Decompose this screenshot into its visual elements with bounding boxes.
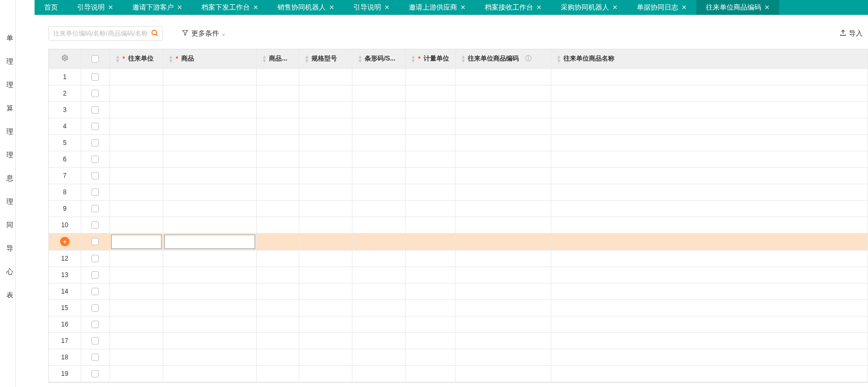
row-checkbox[interactable] [91, 172, 99, 179]
cell[interactable] [551, 151, 868, 167]
cell[interactable] [405, 250, 455, 266]
cell[interactable] [352, 266, 405, 283]
tab-3[interactable]: 档案下发工作台✕ [192, 0, 268, 15]
row-checkbox[interactable] [91, 238, 99, 245]
close-icon[interactable]: ✕ [108, 4, 113, 11]
cell[interactable] [163, 217, 256, 233]
cell[interactable] [405, 266, 455, 283]
cell[interactable] [299, 118, 352, 134]
table-row[interactable]: 12 [49, 250, 868, 266]
cell[interactable] [455, 365, 551, 382]
table-row[interactable]: 7 [49, 167, 868, 184]
sidebar-item-2[interactable]: 理 [0, 73, 15, 97]
cell[interactable] [299, 167, 352, 184]
sidebar-item-11[interactable]: 表 [0, 283, 15, 307]
cell[interactable] [455, 250, 551, 266]
unit-input[interactable] [111, 235, 162, 249]
row-checkbox[interactable] [91, 354, 99, 361]
cell[interactable] [109, 200, 163, 217]
cell[interactable] [299, 184, 352, 200]
row-checkbox[interactable] [91, 73, 99, 81]
sidebar-item-0[interactable]: 单 [0, 27, 15, 50]
cell[interactable] [256, 316, 299, 332]
close-icon[interactable]: ✕ [681, 4, 687, 11]
table-row[interactable]: 9 [49, 200, 868, 217]
cell[interactable] [405, 299, 455, 316]
cell[interactable] [256, 332, 299, 349]
close-icon[interactable]: ✕ [253, 4, 258, 11]
cell[interactable] [405, 85, 455, 101]
cell[interactable] [256, 250, 299, 266]
cell[interactable] [163, 200, 256, 217]
cell[interactable] [551, 250, 868, 266]
row-checkbox[interactable] [91, 304, 99, 312]
cell[interactable] [163, 167, 256, 184]
cell[interactable] [551, 134, 868, 151]
cell[interactable] [299, 349, 352, 365]
cell[interactable] [163, 283, 256, 299]
cell[interactable] [109, 266, 163, 283]
cell[interactable] [109, 283, 163, 299]
cell[interactable] [551, 68, 868, 85]
cell[interactable] [299, 68, 352, 85]
cell[interactable] [163, 316, 256, 332]
cell[interactable] [256, 68, 299, 85]
cell[interactable] [455, 200, 551, 217]
cell[interactable] [551, 217, 868, 233]
cell[interactable] [109, 349, 163, 365]
cell[interactable] [455, 316, 551, 332]
row-checkbox[interactable] [91, 221, 99, 229]
cell[interactable] [299, 283, 352, 299]
close-icon[interactable]: ✕ [536, 4, 542, 11]
cell[interactable] [256, 283, 299, 299]
cell[interactable] [551, 349, 868, 365]
sidebar-item-7[interactable]: 理 [0, 190, 15, 213]
cell[interactable] [299, 151, 352, 167]
tab-10[interactable]: 往来单位商品编码✕ [696, 0, 779, 15]
table-row[interactable]: 17 [49, 332, 868, 349]
row-checkbox[interactable] [91, 139, 99, 147]
cell[interactable] [551, 184, 868, 200]
cell[interactable] [455, 118, 551, 134]
cell[interactable] [163, 151, 256, 167]
header-prod-code[interactable]: ▲▼商品... [256, 49, 299, 68]
cell[interactable] [109, 316, 163, 332]
row-checkbox[interactable] [91, 271, 99, 279]
cell[interactable] [455, 332, 551, 349]
cell[interactable] [109, 184, 163, 200]
cell[interactable] [256, 134, 299, 151]
table-row[interactable]: 2 [49, 85, 868, 101]
header-gear[interactable] [49, 49, 81, 68]
tab-4[interactable]: 销售协同机器人✕ [268, 0, 344, 15]
cell[interactable] [256, 233, 299, 250]
cell[interactable] [299, 217, 352, 233]
cell[interactable] [455, 134, 551, 151]
export-button[interactable]: 导入 [839, 29, 863, 38]
cell[interactable] [352, 134, 405, 151]
header-spec[interactable]: ▲▼规格型号 [299, 49, 352, 68]
cell[interactable] [109, 233, 163, 250]
cell[interactable] [163, 299, 256, 316]
cell[interactable] [551, 332, 868, 349]
cell[interactable] [299, 85, 352, 101]
cell[interactable] [163, 233, 256, 250]
cell[interactable] [352, 85, 405, 101]
cell[interactable] [299, 332, 352, 349]
table-row[interactable]: 6 [49, 151, 868, 167]
table-row[interactable]: 4 [49, 118, 868, 134]
cell[interactable] [455, 233, 551, 250]
cell[interactable] [163, 118, 256, 134]
cell[interactable] [109, 299, 163, 316]
cell[interactable] [256, 151, 299, 167]
close-icon[interactable]: ✕ [329, 4, 334, 11]
cell[interactable] [163, 349, 256, 365]
cell[interactable] [352, 233, 405, 250]
cell[interactable] [256, 349, 299, 365]
table-row[interactable]: 10 [49, 217, 868, 233]
tab-2[interactable]: 邀请下游客户✕ [123, 0, 192, 15]
cell[interactable] [551, 299, 868, 316]
product-input[interactable] [164, 235, 255, 249]
close-icon[interactable]: ✕ [460, 4, 466, 11]
cell[interactable] [551, 316, 868, 332]
cell[interactable] [299, 200, 352, 217]
